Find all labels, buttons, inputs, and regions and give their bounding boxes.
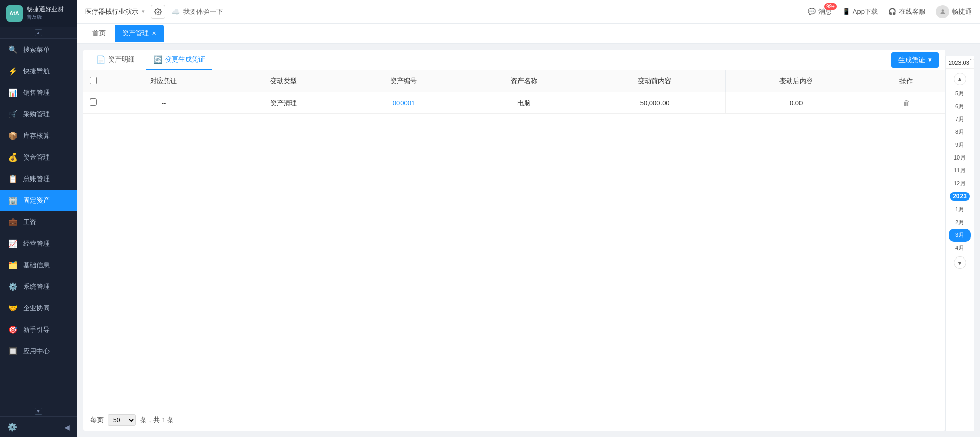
message-badge: 99+: [824, 3, 837, 10]
sidebar-item-basic-info[interactable]: 🗂️ 基础信息: [0, 254, 77, 276]
logo-sub: 普及版: [27, 14, 64, 21]
per-page-label: 每页: [90, 415, 104, 425]
tab-close-icon[interactable]: ✕: [152, 30, 156, 37]
customer-service-btn[interactable]: 🎧 在线客服: [888, 7, 926, 16]
timeline-prev-btn[interactable]: ▲: [954, 73, 966, 85]
timeline-panel: 2023.03 ⛶ ✕ ▲ 5月 6月 7月 8月 9月 10月 11月 12月: [945, 56, 974, 431]
timeline-next-btn[interactable]: ▼: [954, 256, 966, 269]
sidebar-item-quick-nav[interactable]: ⚡ 快捷导航: [0, 61, 77, 82]
sidebar-item-cooperation[interactable]: 🤝 企业协同: [0, 297, 77, 319]
sidebar-item-system[interactable]: ⚙️ 系统管理: [0, 276, 77, 297]
system-icon: ⚙️: [8, 282, 18, 291]
basic-info-icon: 🗂️: [8, 261, 18, 270]
cooperation-icon: 🤝: [8, 304, 18, 313]
message-btn[interactable]: 💬 消息 99+: [808, 7, 832, 16]
company-dropdown-arrow: ▾: [142, 8, 145, 15]
subtab-asset-detail[interactable]: 📄 资产明细: [89, 50, 142, 70]
content-main: 📄 资产明细 🔄 变更生成凭证 生成凭证 ▾: [83, 50, 945, 431]
content-card: 📄 资产明细 🔄 变更生成凭证 生成凭证 ▾: [83, 50, 945, 431]
logo-icon: AtA: [6, 5, 23, 22]
sidebar-item-funds[interactable]: 💰 资金管理: [0, 147, 77, 168]
user-name: 畅捷通: [952, 7, 972, 16]
scroll-down-btn[interactable]: ▼: [35, 408, 42, 415]
sidebar-item-app-center[interactable]: 🔲 应用中心: [0, 341, 77, 362]
row-asset-code: 000001: [344, 92, 464, 114]
sidebar-item-sales[interactable]: 📊 销售管理: [0, 82, 77, 104]
col-asset-name: 资产名称: [464, 70, 584, 92]
funds-icon: 💰: [8, 153, 18, 162]
timeline-month-10[interactable]: 10月: [946, 151, 974, 164]
subtab-actions: 生成凭证 ▾: [891, 52, 939, 68]
company-selector[interactable]: 医疗器械行业演示 ▾: [85, 7, 145, 16]
sidebar-item-guide[interactable]: 🎯 新手引导: [0, 319, 77, 341]
table-body: -- 资产清理 000001 电脑 50,000.00 0.00 🗑: [83, 92, 945, 114]
scroll-up-btn[interactable]: ▲: [35, 29, 42, 36]
timeline-month-12[interactable]: 12月: [946, 177, 974, 190]
app-download-btn[interactable]: 📱 App下载: [842, 7, 878, 16]
tab-home[interactable]: 首页: [85, 24, 113, 43]
topbar: 医疗器械行业演示 ▾ ☁️ 我要体验一下 💬 消息 99+ 📱 App下载 🎧: [77, 0, 980, 24]
select-all-checkbox[interactable]: [90, 77, 97, 84]
delete-row-btn[interactable]: 🗑: [899, 97, 913, 108]
total-label: 条，共 1 条: [140, 415, 174, 425]
logo-text: 畅捷通好业财: [27, 6, 64, 14]
svg-point-1: [942, 9, 944, 12]
col-change-type: 变动类型: [224, 70, 344, 92]
generate-voucher-btn[interactable]: 生成凭证 ▾: [891, 52, 939, 68]
sidebar-item-payroll[interactable]: 💼 工资: [0, 211, 77, 233]
headset-icon: 🎧: [888, 8, 896, 15]
operations-icon: 📈: [8, 239, 18, 248]
user-avatar: [936, 5, 949, 18]
sidebar-settings-icon[interactable]: ⚙️: [7, 422, 17, 432]
quick-nav-icon: ⚡: [8, 67, 18, 76]
timeline-expand-icon[interactable]: ⛶: [969, 59, 974, 66]
timeline-month-11[interactable]: 11月: [946, 164, 974, 177]
col-voucher: 对应凭证: [104, 70, 224, 92]
sidebar-item-search[interactable]: 🔍 搜索菜单: [0, 39, 77, 61]
row-checkbox-0[interactable]: [90, 98, 97, 106]
timeline-month-8[interactable]: 8月: [946, 126, 974, 138]
main-area: 医疗器械行业演示 ▾ ☁️ 我要体验一下 💬 消息 99+ 📱 App下载 🎧: [77, 0, 980, 437]
topbar-settings-btn[interactable]: [151, 5, 165, 19]
timeline-month-5[interactable]: 5月: [946, 87, 974, 100]
timeline-month-4[interactable]: 4月: [946, 242, 974, 254]
tab-asset-management[interactable]: 资产管理 ✕: [115, 25, 164, 42]
timeline-month-7[interactable]: 7月: [946, 113, 974, 126]
sidebar-item-inventory[interactable]: 📦 库存核算: [0, 125, 77, 147]
col-asset-code: 资产编号: [344, 70, 464, 92]
sidebar-item-operations[interactable]: 📈 经营管理: [0, 233, 77, 254]
app-center-icon: 🔲: [8, 347, 18, 356]
per-page-select[interactable]: 50 10 20 100: [108, 414, 136, 426]
experience-btn[interactable]: ☁️ 我要体验一下: [171, 7, 223, 16]
timeline-month-9[interactable]: 9月: [946, 138, 974, 151]
sales-icon: 📊: [8, 88, 18, 97]
tabbar: 首页 资产管理 ✕: [77, 24, 980, 44]
timeline-year-2023[interactable]: 2023: [946, 190, 974, 203]
row-checkbox-cell: [83, 92, 104, 114]
table-row: -- 资产清理 000001 电脑 50,000.00 0.00 🗑: [83, 92, 945, 114]
table-header-row: 对应凭证 变动类型 资产编号 资产名称: [83, 70, 945, 92]
topbar-right: 💬 消息 99+ 📱 App下载 🎧 在线客服 畅捷通: [808, 5, 972, 18]
phone-icon: 📱: [842, 8, 850, 15]
user-profile[interactable]: 畅捷通: [936, 5, 972, 18]
subtab-change-voucher[interactable]: 🔄 变更生成凭证: [146, 50, 212, 70]
row-operation: 🗑: [867, 92, 945, 114]
customer-service-label: 在线客服: [899, 7, 926, 16]
timeline-month-6[interactable]: 6月: [946, 100, 974, 113]
sidebar-nav: 🔍 搜索菜单 ⚡ 快捷导航 📊 销售管理 🛒 采购管理 📦 库存核算 💰 资金管…: [0, 39, 77, 406]
inventory-icon: 📦: [8, 131, 18, 141]
timeline-month-1[interactable]: 1月: [946, 203, 974, 216]
row-change-type: 资产清理: [224, 92, 344, 114]
timeline-month-3[interactable]: 3月: [949, 229, 971, 242]
col-checkbox: [83, 70, 104, 92]
row-voucher: --: [104, 92, 224, 114]
sidebar-collapse-icon[interactable]: ◀: [64, 423, 70, 431]
timeline-month-2[interactable]: 2月: [946, 216, 974, 229]
col-operation: 操作: [867, 70, 945, 92]
sidebar-item-purchase[interactable]: 🛒 采购管理: [0, 104, 77, 125]
sidebar-item-fixed-assets[interactable]: 🏢 固定资产: [0, 190, 77, 211]
message-icon: 💬: [808, 8, 816, 15]
row-before-change: 50,000.00: [584, 92, 726, 114]
dropdown-arrow-icon: ▾: [928, 56, 932, 64]
sidebar-item-ledger[interactable]: 📋 总账管理: [0, 168, 77, 190]
